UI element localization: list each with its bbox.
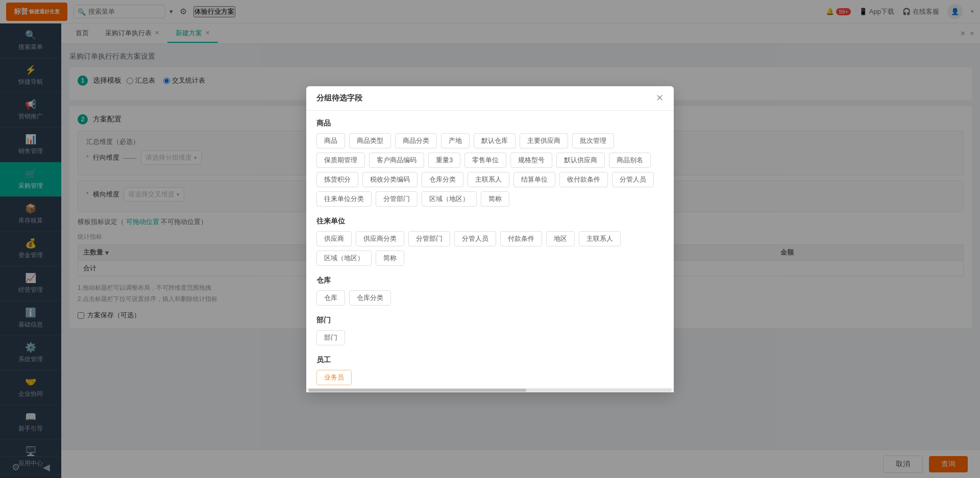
- field-supervisor-partner[interactable]: 分管人员: [454, 231, 496, 246]
- field-short-name-partner[interactable]: 简称: [376, 250, 404, 266]
- field-tax-code[interactable]: 税收分类编码: [362, 172, 418, 187]
- field-warehouse-category[interactable]: 仓库分类: [422, 172, 463, 187]
- field-salesperson[interactable]: 业务员: [316, 370, 352, 385]
- field-partner-category[interactable]: 往来单位分类: [316, 191, 372, 207]
- field-short-name-product[interactable]: 简称: [481, 191, 509, 207]
- staff-fields: 业务员: [316, 370, 664, 385]
- field-pick-points[interactable]: 拣货积分: [316, 172, 358, 187]
- field-spec-model[interactable]: 规格型号: [510, 153, 552, 168]
- field-default-supplier[interactable]: 默认供应商: [556, 153, 605, 168]
- hscroll-thumb: [308, 389, 526, 392]
- field-main-contact-partner[interactable]: 主联系人: [579, 231, 621, 246]
- modal-body: 商品 商品 商品类型 商品分类 产地 默认仓库 主要供应商 批次管理 保质期管理…: [306, 111, 674, 388]
- field-main-supplier[interactable]: 主要供应商: [520, 133, 568, 148]
- field-payment-cond[interactable]: 付款条件: [500, 231, 542, 246]
- modal-close-btn[interactable]: ✕: [656, 93, 664, 103]
- section-warehouse: 仓库 仓库 仓库分类: [316, 276, 664, 306]
- warehouse-fields: 仓库 仓库分类: [316, 290, 664, 306]
- field-payment-terms[interactable]: 收付款条件: [559, 172, 608, 187]
- hscroll-track: [308, 389, 672, 392]
- modal-title: 分组待选字段: [316, 93, 362, 103]
- field-retail-unit[interactable]: 零售单位: [464, 153, 506, 168]
- partner-fields: 供应商 供应商分类 分管部门 分管人员 付款条件 地区 主联系人 区域（地区） …: [316, 231, 664, 266]
- field-product-category[interactable]: 商品分类: [395, 133, 437, 148]
- section-partners-title: 往来单位: [316, 217, 664, 226]
- field-product-type[interactable]: 商品类型: [349, 133, 391, 148]
- field-supervisor[interactable]: 分管人员: [612, 172, 654, 187]
- section-warehouse-title: 仓库: [316, 276, 664, 285]
- field-region-partner2[interactable]: 区域（地区）: [316, 250, 372, 266]
- modal-hscrollbar[interactable]: [306, 388, 674, 392]
- field-main-contact[interactable]: 主联系人: [468, 172, 509, 187]
- field-region-product[interactable]: 区域（地区）: [422, 191, 477, 207]
- field-batch-management[interactable]: 批次管理: [572, 133, 614, 148]
- field-customer-code[interactable]: 客户商品编码: [369, 153, 424, 168]
- section-products-title: 商品: [316, 119, 664, 128]
- section-staff: 员工 业务员: [316, 356, 664, 385]
- section-dept: 部门 部门: [316, 316, 664, 345]
- field-region-partner[interactable]: 地区: [546, 231, 575, 246]
- section-dept-title: 部门: [316, 316, 664, 325]
- field-dept-sup[interactable]: 分管部门: [376, 191, 418, 207]
- field-expiry-management[interactable]: 保质期管理: [316, 153, 365, 168]
- section-partners: 往来单位 供应商 供应商分类 分管部门 分管人员 付款条件 地区 主联系人 区域…: [316, 217, 664, 266]
- field-warehouse-cat[interactable]: 仓库分类: [349, 290, 391, 306]
- field-supplier[interactable]: 供应商: [316, 231, 352, 246]
- field-dept[interactable]: 部门: [316, 330, 345, 345]
- section-products: 商品 商品 商品类型 商品分类 产地 默认仓库 主要供应商 批次管理 保质期管理…: [316, 119, 664, 207]
- field-weight3[interactable]: 重量3: [428, 153, 460, 168]
- product-fields: 商品 商品类型 商品分类 产地 默认仓库 主要供应商 批次管理 保质期管理 客户…: [316, 133, 664, 207]
- field-warehouse[interactable]: 仓库: [316, 290, 345, 306]
- field-product[interactable]: 商品: [316, 133, 345, 148]
- field-origin[interactable]: 产地: [441, 133, 470, 148]
- modal-header: 分组待选字段 ✕: [306, 86, 674, 111]
- modal-overlay[interactable]: 分组待选字段 ✕ 商品 商品 商品类型 商品分类 产地 默认仓库 主要供应商 批…: [0, 0, 980, 478]
- dept-fields: 部门: [316, 330, 664, 345]
- section-staff-title: 员工: [316, 356, 664, 365]
- field-supplier-category[interactable]: 供应商分类: [356, 231, 404, 246]
- field-product-alias[interactable]: 商品别名: [609, 153, 651, 168]
- field-default-warehouse[interactable]: 默认仓库: [474, 133, 516, 148]
- modal: 分组待选字段 ✕ 商品 商品 商品类型 商品分类 产地 默认仓库 主要供应商 批…: [306, 86, 674, 392]
- field-dept-partner[interactable]: 分管部门: [408, 231, 450, 246]
- field-settlement-unit[interactable]: 结算单位: [513, 172, 555, 187]
